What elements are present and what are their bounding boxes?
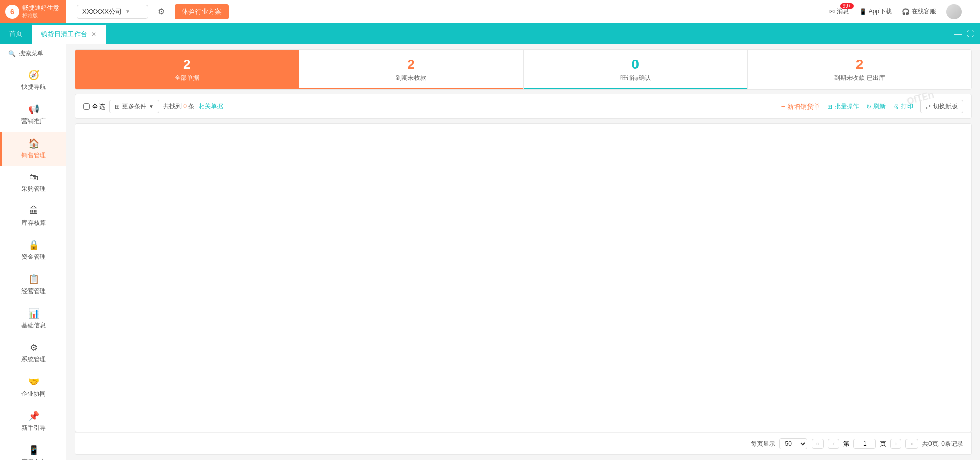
sidebar-item-inventory-label: 库存核算 [21,219,46,227]
app-download-button[interactable]: 📱 App下载 [859,7,892,16]
print-button[interactable]: 🖨 打印 [893,102,913,111]
capital-icon: 🔒 [28,239,39,251]
sidebar-item-purchase-label: 采购管理 [21,185,46,193]
tab-home[interactable]: 首页 [0,23,32,44]
quick-nav-icon: 🧭 [28,69,39,81]
stat-num-overdue: 2 [407,57,414,72]
sidebar-item-system[interactable]: ⚙ 系统管理 [0,336,66,370]
page-total: 共0页, 0条记录 [922,440,963,448]
basic-info-icon: 📊 [28,308,39,319]
add-sales-order-button[interactable]: + 新增销货单 [781,102,820,111]
guide-icon: 📌 [28,410,39,422]
stat-card-wangpu[interactable]: 0 旺铺待确认 [524,50,748,89]
toolbar: 全选 ⊞ 更多条件 ▼ 共找到 0 条 相关单据 + 新增销货单 ⊞ 批 [75,94,972,119]
related-records-link[interactable]: 相关单据 [199,102,223,111]
first-page-button[interactable]: « [812,439,824,449]
page-label: 第 [843,440,849,448]
search-icon: 🔍 [8,50,16,57]
batch-icon: ⊞ [827,103,832,110]
marketing-icon: 📢 [28,104,39,115]
content-area: 2 全部单据 2 到期未收款 0 旺铺待确认 2 到期未收款 已出库 [66,44,980,460]
table-area [75,123,972,432]
tab-maximize-icon[interactable]: ⛶ [967,30,974,38]
sidebar-item-purchase[interactable]: 🛍 采购管理 [0,166,66,200]
found-text: 共找到 0 条 [163,102,194,111]
online-service-button[interactable]: 🎧 在线客服 [902,7,936,16]
sidebar-search-button[interactable]: 🔍 搜索菜单 [0,44,66,63]
refresh-button[interactable]: ↻ 刷新 [866,102,886,111]
sidebar-item-app-center-label: 应用中心 [21,458,46,460]
page-suffix: 页 [880,440,886,448]
tab-bar-actions: — ⛶ [954,30,980,38]
top-header: 6 畅捷通好生意 标准版 XXXXXX公司 ▼ ⚙ 体验行业方案 ✉ 99+ 消… [0,0,980,23]
stat-label-overdue-shipped: 到期未收款 已出库 [834,74,885,82]
sidebar-item-enterprise[interactable]: 🤝 企业协同 [0,370,66,404]
select-all-wrap[interactable]: 全选 [83,102,105,111]
sidebar-item-operations[interactable]: 📋 经营管理 [0,268,66,302]
stat-num-wangpu: 0 [631,57,639,72]
header-right: ✉ 99+ 消息 📱 App下载 🎧 在线客服 [829,4,972,19]
sidebar-item-marketing[interactable]: 📢 营销推广 [0,98,66,132]
toolbar-left: 全选 ⊞ 更多条件 ▼ 共找到 0 条 相关单据 [83,100,223,113]
stat-card-overdue-shipped[interactable]: 2 到期未收款 已出库 [748,50,971,89]
message-button[interactable]: ✉ 99+ 消息 [829,7,849,16]
avatar[interactable] [946,4,962,19]
logo-icon: 6 [5,5,19,19]
switch-version-button[interactable]: ⇄ 切换新版 [920,100,963,113]
company-name: XXXXXX公司 [82,7,122,16]
main-layout: 🔍 搜索菜单 🧭 快捷导航 📢 营销推广 🏠 销售管理 🛍 采购管理 🏛 库存核… [0,44,980,460]
refresh-icon: ↻ [866,103,871,110]
stat-num-overdue-shipped: 2 [856,57,863,72]
prev-page-button[interactable]: ‹ [828,439,839,449]
sidebar-item-sales[interactable]: 🏠 销售管理 [0,132,66,166]
sidebar-item-app-center[interactable]: 📱 应用中心 [0,439,66,460]
sidebar-item-marketing-label: 营销推广 [21,117,46,126]
sales-icon: 🏠 [28,138,39,149]
select-all-checkbox[interactable] [83,103,90,110]
system-icon: ⚙ [30,342,38,353]
message-badge: 99+ [840,3,854,9]
sidebar-item-system-label: 系统管理 [21,355,46,364]
tab-home-label: 首页 [9,29,22,38]
tab-close-icon[interactable]: ✕ [91,31,96,38]
sidebar-item-sales-label: 销售管理 [21,151,46,160]
trial-button[interactable]: 体验行业方案 [175,4,229,19]
stat-card-all[interactable]: 2 全部单据 [75,50,299,89]
operations-icon: 📋 [28,274,39,285]
select-all-label: 全选 [92,102,105,111]
switch-icon: ⇄ [926,103,931,110]
per-page-select[interactable]: 20 50 100 [779,438,807,449]
app-center-icon: 📱 [28,445,39,456]
tab-workbench[interactable]: 钱货日清工作台 ✕ [32,23,106,44]
next-page-button[interactable]: › [890,439,901,449]
batch-operation-button[interactable]: ⊞ 批量操作 [827,102,859,111]
company-selector[interactable]: XXXXXX公司 ▼ [77,5,148,19]
sidebar-item-operations-label: 经营管理 [21,287,46,296]
enterprise-icon: 🤝 [28,376,39,388]
stat-card-overdue[interactable]: 2 到期未收款 [299,50,523,89]
sidebar: 🔍 搜索菜单 🧭 快捷导航 📢 营销推广 🏠 销售管理 🛍 采购管理 🏛 库存核… [0,44,66,460]
sidebar-item-basic-info[interactable]: 📊 基础信息 [0,302,66,336]
sidebar-search-label: 搜索菜单 [19,49,43,58]
sidebar-item-inventory[interactable]: 🏛 库存核算 [0,200,66,233]
headset-icon: 🎧 [902,8,910,15]
last-page-button[interactable]: » [905,439,918,449]
sidebar-item-quick-nav[interactable]: 🧭 快捷导航 [0,63,66,98]
logo-area: 6 畅捷通好生意 标准版 [0,0,66,23]
tab-minimize-icon[interactable]: — [954,30,962,38]
print-icon: 🖨 [893,103,899,110]
filter-button[interactable]: ⊞ 更多条件 ▼ [109,100,159,113]
tab-workbench-label: 钱货日清工作台 [41,30,87,39]
settings-button[interactable]: ⚙ [153,4,169,20]
page-input[interactable] [853,439,876,449]
filter-caret-icon: ▼ [149,104,154,109]
sidebar-item-capital[interactable]: 🔒 资金管理 [0,233,66,268]
inventory-icon: 🏛 [29,206,38,216]
purchase-icon: 🛍 [29,172,38,183]
sidebar-item-guide-label: 新手引导 [21,424,46,432]
sidebar-item-basic-info-label: 基础信息 [21,321,46,330]
sidebar-item-guide[interactable]: 📌 新手引导 [0,404,66,439]
toolbar-right: + 新增销货单 ⊞ 批量操作 ↻ 刷新 🖨 打印 ⇄ 切换新版 [781,100,963,113]
per-page-label: 每页显示 [751,440,775,448]
company-caret-icon: ▼ [125,9,130,14]
